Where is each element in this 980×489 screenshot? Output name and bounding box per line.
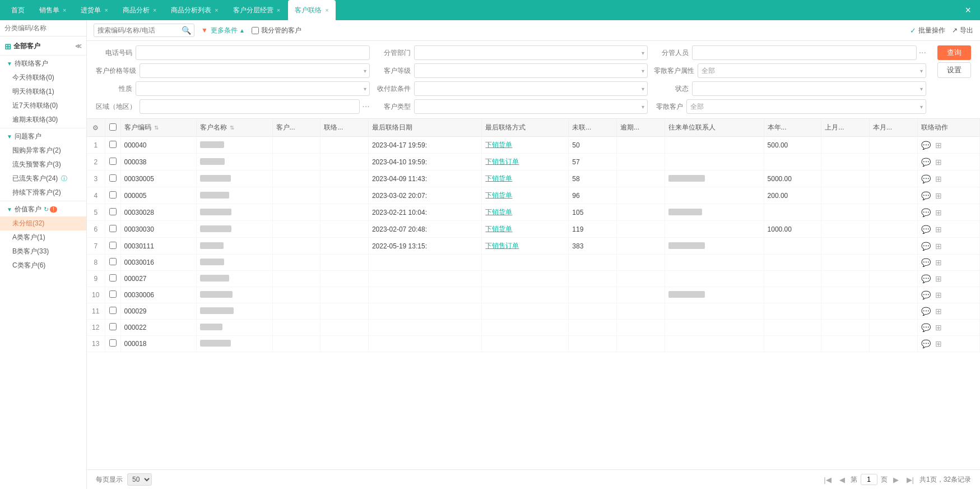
grid-action-icon[interactable]: ⊞	[935, 258, 942, 267]
sidebar-collapse-icon[interactable]: ≪	[75, 43, 82, 50]
sidebar-item-tomorrow[interactable]: 明天待联络(1)	[0, 85, 86, 99]
grid-action-icon[interactable]: ⊞	[935, 307, 942, 316]
nav-analysis-list[interactable]: 商品分析列表 ×	[164, 0, 225, 20]
person-more-icon[interactable]: ···	[919, 48, 926, 58]
region-more-icon[interactable]: ···	[362, 102, 369, 112]
sidebar-item-near7[interactable]: 近7天待联络(0)	[0, 99, 86, 113]
more-conditions-button[interactable]: ▼ 更多条件 ▲	[201, 26, 245, 35]
row-checkbox[interactable]	[109, 208, 117, 215]
select-all-checkbox[interactable]	[109, 123, 117, 131]
sidebar-item-abnormal[interactable]: 囤购异常客户(2)	[0, 144, 86, 158]
main-search-input[interactable]	[97, 26, 182, 34]
row-checkbox[interactable]	[109, 191, 117, 199]
row-checkbox[interactable]	[109, 174, 117, 182]
sidebar-item-churned[interactable]: 已流失客户(24) ⓘ	[0, 172, 86, 186]
sidebar-item-today[interactable]: 今天待联络(0)	[0, 71, 86, 85]
phone-input[interactable]	[136, 45, 370, 60]
grid-action-icon[interactable]: ⊞	[935, 274, 942, 283]
close-analysis-icon[interactable]: ×	[153, 7, 156, 13]
settings-button[interactable]: 设置	[937, 62, 971, 78]
message-icon[interactable]: 💬	[921, 339, 931, 348]
sidebar-group-problem[interactable]: ▼ 问题客户	[0, 130, 86, 144]
row-checkbox[interactable]	[109, 339, 117, 347]
all-customers-header[interactable]: ⊞ 全部客户 ≪	[0, 39, 86, 54]
nav-customer-link[interactable]: 客户联络 ×	[288, 0, 335, 20]
grid-action-icon[interactable]: ⊞	[935, 290, 942, 299]
sidebar-item-group-a[interactable]: A类客户(1)	[0, 230, 86, 245]
grid-action-icon[interactable]: ⊞	[935, 158, 942, 167]
row-checkbox[interactable]	[109, 141, 117, 148]
message-icon[interactable]: 💬	[921, 258, 931, 267]
sidebar-item-churn-risk[interactable]: 流失预警客户(3)	[0, 158, 86, 172]
sidebar-item-group-b[interactable]: B类客户(33)	[0, 245, 86, 259]
nav-home[interactable]: 首页	[4, 0, 31, 20]
grid-action-icon[interactable]: ⊞	[935, 191, 942, 200]
sidebar-group-value[interactable]: ▼ 价值客户 ↻ !	[0, 202, 86, 216]
grid-action-icon[interactable]: ⊞	[935, 208, 942, 217]
message-icon[interactable]: 💬	[921, 274, 931, 283]
retail-select[interactable]: 全部	[686, 99, 926, 114]
nav-customer-seg[interactable]: 客户分层经营 ×	[226, 0, 287, 20]
close-all-tabs-button[interactable]: ×	[960, 4, 976, 16]
last-page-button[interactable]: ▶|	[904, 474, 916, 485]
sidebar-item-overdue[interactable]: 逾期未联络(30)	[0, 113, 86, 127]
grid-action-icon[interactable]: ⊞	[935, 141, 942, 150]
per-page-select[interactable]: 50	[127, 473, 152, 486]
message-icon[interactable]: 💬	[921, 174, 931, 183]
message-icon[interactable]: 💬	[921, 158, 931, 167]
last-method-link[interactable]: 下销货单	[485, 191, 512, 199]
row-checkbox[interactable]	[109, 274, 117, 282]
row-checkbox[interactable]	[109, 258, 117, 265]
nav-purchase[interactable]: 进货单 ×	[74, 0, 114, 20]
nav-sales[interactable]: 销售单 ×	[32, 0, 73, 20]
prev-page-button[interactable]: ◀	[837, 474, 847, 485]
row-checkbox[interactable]	[109, 225, 117, 232]
message-icon[interactable]: 💬	[921, 225, 931, 234]
first-page-button[interactable]: |◀	[821, 474, 833, 485]
person-input[interactable]	[692, 45, 916, 60]
grid-action-icon[interactable]: ⊞	[935, 323, 942, 332]
settings-icon[interactable]: ⚙	[92, 124, 99, 132]
close-purchase-icon[interactable]: ×	[104, 7, 108, 13]
grid-action-icon[interactable]: ⊞	[935, 339, 942, 348]
close-customer-link-icon[interactable]: ×	[325, 7, 328, 13]
page-number-input[interactable]	[861, 474, 877, 485]
message-icon[interactable]: 💬	[921, 208, 931, 217]
last-method-link[interactable]: 下销货单	[485, 208, 512, 216]
main-search-icon[interactable]: 🔍	[182, 26, 191, 35]
cust-level-select[interactable]	[414, 63, 648, 78]
retail-attr-select[interactable]: 全部	[698, 63, 926, 78]
row-checkbox[interactable]	[109, 307, 117, 314]
refresh-icon[interactable]: ↻	[44, 206, 49, 213]
sidebar-item-group-c[interactable]: C类客户(6)	[0, 259, 86, 273]
sidebar-item-declining[interactable]: 持续下滑客户(2)	[0, 186, 86, 200]
last-method-link[interactable]: 下销货单	[485, 225, 512, 233]
row-checkbox[interactable]	[109, 290, 117, 298]
row-checkbox[interactable]	[109, 323, 117, 330]
grid-action-icon[interactable]: ⊞	[935, 242, 942, 251]
sidebar-item-unclassified[interactable]: 未分组(32)	[0, 216, 86, 230]
message-icon[interactable]: 💬	[921, 323, 931, 332]
message-icon[interactable]: 💬	[921, 191, 931, 200]
region-input[interactable]	[140, 99, 360, 114]
category-search-input[interactable]	[4, 24, 87, 32]
message-icon[interactable]: 💬	[921, 242, 931, 251]
my-customers-checkbox[interactable]: 我分管的客户	[252, 26, 301, 35]
batch-op-button[interactable]: ✓ 批量操作	[910, 26, 945, 35]
grid-action-icon[interactable]: ⊞	[935, 225, 942, 234]
sort-code-icon[interactable]: ⇅	[154, 124, 159, 131]
sort-name-icon[interactable]: ⇅	[230, 124, 234, 131]
sidebar-group-pending[interactable]: ▼ 待联络客户	[0, 57, 86, 71]
last-method-link[interactable]: 下销售订单	[485, 242, 519, 250]
message-icon[interactable]: 💬	[921, 290, 931, 299]
row-checkbox[interactable]	[109, 242, 117, 249]
message-icon[interactable]: 💬	[921, 141, 931, 150]
th-checkbox[interactable]	[105, 119, 120, 137]
nature-select[interactable]	[136, 81, 370, 96]
my-customers-check[interactable]	[252, 27, 259, 34]
query-button[interactable]: 查询	[937, 45, 971, 60]
last-method-link[interactable]: 下销货单	[485, 174, 512, 182]
message-icon[interactable]: 💬	[921, 307, 931, 316]
close-customer-seg-icon[interactable]: ×	[277, 7, 280, 13]
cust-type-select[interactable]	[414, 99, 648, 114]
